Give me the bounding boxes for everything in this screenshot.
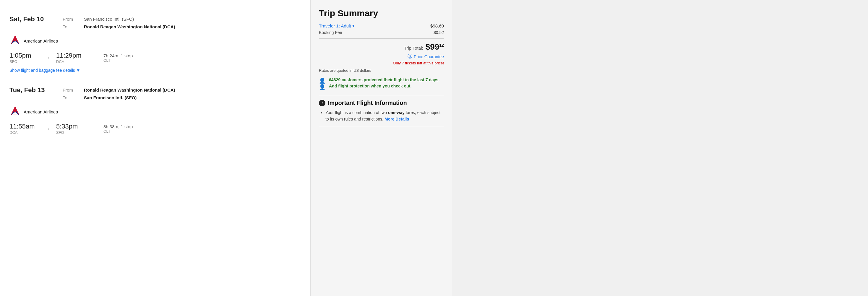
arrive-block-2: 5:33pm SFO: [56, 123, 92, 135]
from-dest-1: San Francisco Intl. (SFO): [84, 15, 175, 23]
important-title-text: Important Flight Information: [328, 100, 407, 106]
airline-logo-2: [9, 105, 21, 118]
traveler-price-row: Traveler 1: Adult ▾ $98.60: [319, 23, 444, 28]
sidebar: Trip Summary Traveler 1: Adult ▾ $98.60 …: [310, 0, 452, 296]
to-label-2: To: [63, 94, 81, 102]
arrive-code-2: SFO: [56, 130, 92, 135]
baggage-link-1[interactable]: Show flight and baggage fee details ▼: [9, 68, 81, 73]
price-guarantee-label: Price Guarantee: [414, 54, 444, 59]
price-guarantee-row: Ⓢ Price Guarantee: [319, 54, 444, 60]
depart-code-2: DCA: [9, 130, 39, 135]
depart-block-2: 11:55am DCA: [9, 123, 39, 135]
duration-text-2: 8h 38m, 1 stop: [103, 124, 133, 129]
arrive-block-1: 11:29pm DCA: [56, 52, 92, 64]
trip-summary-title: Trip Summary: [319, 8, 444, 18]
arrow-icon-2: →: [44, 125, 51, 133]
shield-icon: Ⓢ: [408, 54, 412, 60]
flight-date-1: Sat, Feb 10: [9, 15, 63, 23]
flight-times-row-1: 1:05pm SFO → 11:29pm DCA 7h 24m, 1 stop …: [9, 52, 301, 64]
arrive-code-1: DCA: [56, 59, 92, 64]
sidebar-bottom-divider: [319, 127, 444, 127]
total-row: Trip Total: $9912: [319, 42, 444, 52]
flight-segment-2: Tue, Feb 13 From To Ronald Reagan Washin…: [9, 79, 301, 142]
arrive-time-2: 5:33pm: [56, 123, 92, 130]
protection-box: 👤👤 64829 customers protected their fligh…: [319, 77, 444, 90]
rates-note: Rates are quoted in US dollars: [319, 68, 444, 73]
depart-time-1: 1:05pm: [9, 52, 39, 59]
traveler-link[interactable]: Traveler 1: Adult ▾: [319, 23, 355, 28]
protection-text: 64829 customers protected their flight i…: [329, 77, 444, 90]
protection-icon: 👤👤: [319, 77, 327, 90]
duration-block-1: 7h 24m, 1 stop CLT: [103, 53, 133, 63]
traveler-label: Traveler 1: Adult: [319, 23, 351, 28]
total-price-cents: 12: [439, 43, 444, 47]
traveler-chevron-icon: ▾: [352, 23, 355, 28]
from-to-labels-1: From To: [63, 15, 81, 30]
important-flight-info-title: i Important Flight Information: [319, 100, 444, 106]
important-divider: [319, 96, 444, 96]
important-section: i Important Flight Information Your flig…: [319, 100, 444, 123]
total-label: Trip Total:: [404, 45, 423, 51]
from-dest-2: Ronald Reagan Washington National (DCA): [84, 86, 175, 94]
duration-block-2: 8h 38m, 1 stop CLT: [103, 124, 133, 134]
segment-header-2: Tue, Feb 13 From To Ronald Reagan Washin…: [9, 86, 301, 101]
booking-fee-label: Booking Fee: [319, 30, 342, 35]
airline-logo-1: [9, 35, 21, 47]
from-to-destinations-1: San Francisco Intl. (SFO) Ronald Reagan …: [84, 15, 175, 30]
flight-times-row-2: 11:55am DCA → 5:33pm SFO 8h 38m, 1 stop …: [9, 123, 301, 135]
chevron-down-icon-1: ▼: [76, 68, 81, 73]
important-body-1: Your flight is a combination of two: [326, 110, 388, 115]
from-label-2: From: [63, 86, 81, 94]
from-label-1: From: [63, 15, 81, 23]
flight-segment-1: Sat, Feb 10 From To San Francisco Intl. …: [9, 8, 301, 79]
flight-date-2: Tue, Feb 13: [9, 86, 63, 94]
important-list-item: Your flight is a combination of two one-…: [326, 109, 444, 123]
airline-row-2: American Airlines: [9, 105, 301, 118]
from-to-labels-2: From To: [63, 86, 81, 101]
arrow-icon-1: →: [44, 54, 51, 62]
to-dest-1: Ronald Reagan Washington National (DCA): [84, 23, 175, 31]
stop-code-2: CLT: [103, 129, 133, 134]
main-content: Sat, Feb 10 From To San Francisco Intl. …: [0, 0, 310, 296]
total-price-main: $99: [426, 42, 439, 52]
traveler-price: $98.60: [430, 23, 444, 28]
more-details-link[interactable]: More Details: [384, 117, 409, 122]
to-label-1: To: [63, 23, 81, 31]
depart-code-1: SFO: [9, 59, 39, 64]
airline-name-2: American Airlines: [24, 109, 58, 114]
price-divider: [319, 38, 444, 39]
important-bold: one-way: [388, 110, 405, 115]
depart-time-2: 11:55am: [9, 123, 39, 130]
arrive-time-1: 11:29pm: [56, 52, 92, 59]
total-price: $9912: [426, 42, 444, 52]
segment-header-1: Sat, Feb 10 From To San Francisco Intl. …: [9, 15, 301, 30]
depart-block-1: 1:05pm SFO: [9, 52, 39, 64]
airline-row-1: American Airlines: [9, 35, 301, 47]
booking-fee-row: Booking Fee $0.52: [319, 30, 444, 35]
stop-code-1: CLT: [103, 58, 133, 63]
booking-fee-value: $0.52: [434, 30, 444, 35]
airline-name-1: American Airlines: [24, 38, 58, 43]
duration-text-1: 7h 24m, 1 stop: [103, 53, 133, 58]
info-icon: i: [319, 100, 326, 106]
to-dest-2: San Francisco Intl. (SFO): [84, 94, 175, 102]
tickets-left-label: Only 7 tickets left at this price!: [319, 61, 444, 65]
from-to-destinations-2: Ronald Reagan Washington National (DCA) …: [84, 86, 175, 101]
important-list: Your flight is a combination of two one-…: [319, 109, 444, 123]
